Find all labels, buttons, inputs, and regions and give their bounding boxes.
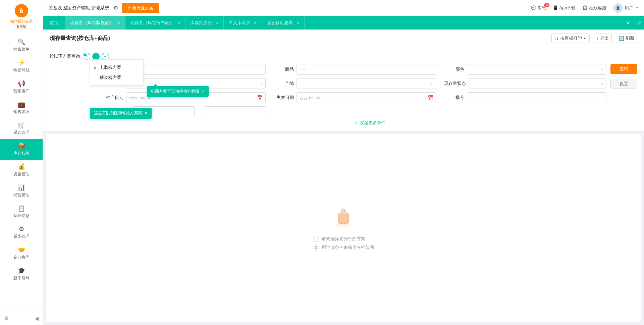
sidebar-item-inventory[interactable]: 📦 库存核算 <box>0 139 43 160</box>
scheme-panel: ▶ 电脑端方案 移动端方案 <box>90 59 144 86</box>
app-download-btn[interactable]: 📱 App下载 <box>553 5 576 11</box>
create-tooltip-close[interactable]: ✕ <box>144 111 148 116</box>
sidebar-item-operations[interactable]: 📊 经营管理 <box>0 180 43 201</box>
trial-btn[interactable]: 体验行业方案 <box>122 3 159 13</box>
tab-inventory-dist-close[interactable]: ✕ <box>177 20 180 25</box>
color-select[interactable]: ∨ <box>467 64 606 75</box>
pc-tooltip-close[interactable]: ✕ <box>201 89 205 94</box>
filter-header: 按以下方案查询 + ○ « 电脑方案可设为移动方案哦 ✕ <box>50 53 637 60</box>
sidebar-item-basic[interactable]: 📋 基础信息 <box>0 201 43 222</box>
collapse-btn[interactable]: ∧ 收起更多条件 <box>103 117 637 126</box>
filter-area: 按以下方案查询 + ○ « 电脑方案可设为移动方案哦 ✕ <box>43 47 644 131</box>
print-btn[interactable]: 🖨 按模板打印 ▼ <box>551 34 590 43</box>
tab-inout-flow-close[interactable]: ✕ <box>254 20 257 25</box>
scheme-item-mobile[interactable]: 移动端方案 <box>90 72 143 83</box>
stock-status-label: 现存量状态 <box>444 80 466 87</box>
app-name: 畅销通好生意 <box>10 19 33 23</box>
tab-inventory-batch-label: 库存批次账 <box>190 20 212 26</box>
color-chevron-icon: ∨ <box>601 67 603 72</box>
tab-recv-summary[interactable]: 收发存汇总表 ✕ <box>262 16 305 30</box>
sidebar-label-system: 系统管理 <box>13 234 30 239</box>
print-icon: 🖨 <box>554 36 559 41</box>
search-btn[interactable]: 查询 <box>610 64 637 74</box>
purchase-icon: 🛒 <box>18 121 25 129</box>
finance-icon: 💰 <box>18 163 25 170</box>
filter-row-4: 现存量（主） — <box>103 106 606 117</box>
tab-inventory-status[interactable]: 现存量（库存状况表） ✕ <box>65 16 125 30</box>
collapse-sidebar-icon[interactable]: ◀ <box>35 315 39 322</box>
sidebar-label-finance: 资金管理 <box>13 171 30 177</box>
tab-inout-flow-label: 出入库流水 <box>228 20 250 26</box>
message-btn[interactable]: 💬 消息 6 <box>531 5 546 11</box>
sidebar-label-enterprise: 企业协同 <box>13 255 30 260</box>
reset-btn[interactable]: 设置 <box>610 79 637 89</box>
sidebar-label-purchase: 采购管理 <box>13 130 30 136</box>
sidebar-label-inventory: 库存核算 <box>13 151 30 156</box>
origin-label: 产地 <box>274 80 294 87</box>
tab-inventory-status-close[interactable]: ✕ <box>117 20 120 25</box>
sidebar-item-marketing[interactable]: 📢 营销推广 <box>0 76 43 97</box>
tabbar-expand-icon[interactable]: ⤢ <box>634 20 644 26</box>
message-badge: 6 <box>544 3 549 7</box>
create-scheme-tooltip: 这里可以创建和修改方案哦 ✕ <box>90 108 152 119</box>
warehouse-select[interactable]: ··· <box>126 64 266 75</box>
sidebar-footer: ⚙ ◀ <box>0 312 43 325</box>
refresh-btn[interactable]: 🔄 刷新 <box>616 34 637 43</box>
settings-footer-icon[interactable]: ⚙ <box>4 315 9 322</box>
settings-icon[interactable]: ⚙ <box>113 5 118 11</box>
edit-scheme-btn[interactable]: ○ <box>92 53 100 60</box>
stock-status-select[interactable]: ∨ <box>469 78 606 89</box>
export-btn[interactable]: ↑ 导出 <box>594 34 612 43</box>
basic-icon: 📋 <box>18 205 25 212</box>
sidebar-item-enterprise[interactable]: 🤝 企业协同 <box>0 243 43 264</box>
sidebar-item-system[interactable]: ⚙ 系统管理 <box>0 222 43 243</box>
empty-tips: 1 请先选择要分析的方案 2 用过滤条件来缩小分析范围 <box>313 236 374 253</box>
app-download-label: App下载 <box>559 5 576 10</box>
tab-inventory-dist[interactable]: 现存量（库存分布表） ✕ <box>125 16 185 30</box>
sidebar-item-finance[interactable]: 💰 资金管理 <box>0 160 43 180</box>
print-chevron-icon: ▼ <box>583 37 587 40</box>
scheme-pc-label: 电脑端方案 <box>100 64 121 70</box>
scheme-item-pc[interactable]: ▶ 电脑端方案 <box>90 62 143 72</box>
filter-label: 按以下方案查询 <box>50 53 80 59</box>
user-menu[interactable]: 👤 用户 ▼ <box>613 3 639 13</box>
tip-num-2: 2 <box>313 245 319 251</box>
sidebar-item-sales[interactable]: 💼 销售管理 <box>0 97 43 118</box>
tabbar-close-icon[interactable]: ✕ <box>622 20 634 26</box>
support-label: 在线客服 <box>589 5 606 10</box>
support-btn[interactable]: 🎧 在线客服 <box>582 5 606 11</box>
filter-product: 商品 ··· <box>274 64 436 75</box>
origin-select[interactable]: ∨ <box>297 78 436 89</box>
tab-home[interactable]: 首页 <box>43 16 65 30</box>
sidebar-label-operations: 经营管理 <box>13 192 30 198</box>
collapse-label: 收起更多条件 <box>360 120 386 126</box>
tab-inventory-batch[interactable]: 库存批次账 ✕ <box>185 16 224 30</box>
stock-qty-max[interactable] <box>204 106 266 117</box>
back-icon: « <box>104 54 107 59</box>
operations-icon: 📊 <box>18 184 25 191</box>
tab-inout-flow[interactable]: 出入库流水 ✕ <box>224 16 262 30</box>
size-chevron-icon: ∨ <box>260 82 263 86</box>
search-icon: 🔍 <box>18 38 25 46</box>
tip-text-2: 用过滤条件来缩小分析范围 <box>322 245 374 251</box>
batch-label: 批号 <box>444 95 464 101</box>
system-name: 装备及固定资产辅助管理系统 <box>48 5 109 11</box>
add-scheme-btn[interactable]: + <box>83 53 90 60</box>
expiry-date-start[interactable]: yyyy-mm-dd 📅 <box>297 92 436 103</box>
phone-icon: 📱 <box>553 5 558 10</box>
product-select[interactable]: ··· <box>297 64 436 75</box>
sidebar-item-guide[interactable]: 🎓 新手引导 <box>0 264 43 284</box>
topbar-left: 装备及固定资产辅助管理系统 ⚙ 体验行业方案 <box>48 3 159 13</box>
tab-recv-summary-close[interactable]: ✕ <box>296 20 300 25</box>
back-arrow-btn[interactable]: « <box>102 53 109 60</box>
app-logo: 6 畅销通好生意 标准版 <box>0 0 43 32</box>
batch-input[interactable] <box>467 92 606 103</box>
sidebar-item-search[interactable]: 🔍 搜索菜单 <box>0 35 43 56</box>
sidebar-item-quick[interactable]: ⚡ 快捷导航 <box>0 56 43 76</box>
tab-inventory-batch-close[interactable]: ✕ <box>215 20 219 25</box>
sidebar-label-guide: 新手引导 <box>13 275 30 281</box>
sidebar-item-purchase[interactable]: 🛒 采购管理 <box>0 118 43 139</box>
create-tooltip-text: 这里可以创建和修改方案哦 <box>94 110 142 116</box>
empty-tip-2: 2 用过滤条件来缩小分析范围 <box>313 245 374 251</box>
chevron-up-icon: ∧ <box>355 120 358 125</box>
